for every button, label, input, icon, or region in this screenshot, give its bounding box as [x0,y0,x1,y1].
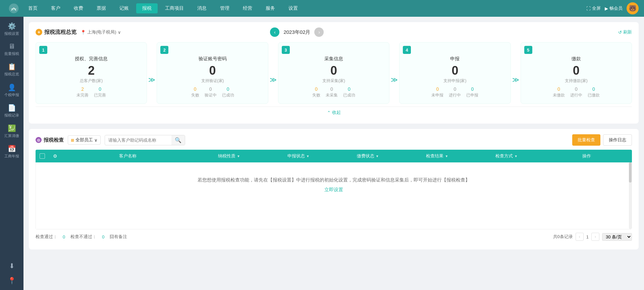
tax-nature-filter-icon[interactable]: ▼ [237,154,240,158]
chevron-down-icon: ∨ [118,30,121,35]
total-records: 共0条记录 [553,234,573,240]
header-right-buttons: 批量检查 操作日志 [572,134,632,146]
download-icon: ⬇ [9,262,15,270]
refresh-icon: ↺ [618,30,622,35]
search-input[interactable] [105,136,171,144]
result-filter-icon[interactable]: ▼ [445,154,448,158]
column-settings-icon[interactable]: ⚙ [53,153,57,159]
fullscreen-button[interactable]: ⛶ 全屏 [586,5,601,11]
nav-fee[interactable]: 收费 [68,3,89,13]
sidebar: ⚙️ 报税设置 🖥 批量报税 📋 报税总览 👤 个税申报 📄 报税记录 💹 汇算… [0,17,23,290]
fail-count[interactable]: 0 [102,234,104,239]
step-3-card: 3 采集信息 0 支持采集(家) 0 失败 0 未采集 0 已 [278,42,389,104]
step-2-details: 0 失败 0 验证中 0 已成功 [191,86,234,98]
settings-column[interactable]: ⚙ [49,153,61,159]
sidebar-item-annual-report[interactable]: 📅 工商年报 [1,142,22,161]
nav-message[interactable]: 消息 [191,3,213,13]
sidebar-item-tax-records[interactable]: 📄 报税记录 [1,101,22,120]
nav-tax[interactable]: 报税 [136,3,158,13]
sidebar-item-tax-overview[interactable]: 📋 报税总览 [1,60,22,79]
nav-operation[interactable]: 经营 [237,3,258,13]
step-4-details: 0 未申报 0 进行中 0 已申报 [431,86,478,98]
tax-records-icon: 📄 [8,104,16,112]
step-1-number: 1 [39,46,47,54]
declare-filter-icon[interactable]: ▼ [306,154,310,158]
step-1-detail-0: 2 未完善 [76,86,89,98]
pay-filter-icon[interactable]: ▼ [376,154,379,158]
settlement-icon: 💹 [8,124,16,132]
step-5-detail-0: 0 未缴款 [553,86,565,98]
nav-bizproject[interactable]: 工商项目 [159,3,190,13]
pass-label: 检查通过： [36,234,57,240]
scrollbar[interactable] [629,162,632,229]
pass-count[interactable]: 0 [63,234,65,239]
step-2-number: 2 [160,46,168,54]
sidebar-location[interactable]: 📍 [1,274,22,287]
step-4-detail-1: 0 进行中 [449,86,461,98]
tax-check-card: ◎ 报税检查 ▦ 全部员工 ∨ 🔍 批量检查 操作日志 [29,129,639,249]
sidebar-item-batch-tax[interactable]: 🖥 批量报税 [1,40,22,59]
customer-name-column: 客户名称 [61,153,195,159]
step-2-detail-2: 0 已成功 [222,86,234,98]
batch-check-button[interactable]: 批量检查 [572,134,600,146]
steps-row: 1 授权、完善信息 2 总客户数(家) 2 未完善 0 已完善 ≫ [36,42,632,104]
page-size-select[interactable]: 30 条/页 50 条/页 100 条/页 [602,233,632,241]
overview-header: + 报税流程总览 📍 上海(电子税局) ∨ ‹ 2023年02月 › ↺ 刷新 [36,27,632,37]
employee-filter[interactable]: ▦ 全部员工 ∨ [68,135,101,145]
immediate-setup-link[interactable]: 立即设置 [324,187,343,193]
current-page: 1 [586,234,589,239]
step-1-detail-1: 0 已完善 [94,86,106,98]
fullscreen-icon: ⛶ [586,6,591,11]
member-button[interactable]: ▶ 畅会员 [605,5,623,11]
op-log-button[interactable]: 操作日志 [603,134,632,146]
table-footer: 检查通过： 0 检查不通过： 0 囧有备注 共0条记录 ‹ 1 › 30 条/页… [36,229,632,244]
next-month-button[interactable]: › [314,27,324,37]
nav-admin[interactable]: 管理 [214,3,235,13]
step-2-detail-0: 0 失败 [191,86,199,98]
scrollbar-thumb[interactable] [629,162,632,183]
select-all-checkbox[interactable] [40,153,45,159]
refresh-button[interactable]: ↺ 刷新 [618,29,632,35]
search-box: 🔍 [105,135,185,145]
arrow-3: ≫ [389,56,399,104]
step-3-detail-2: 0 已成功 [343,86,355,98]
nav-settings[interactable]: 设置 [282,3,304,13]
nav-bookkeeping[interactable]: 记账 [113,3,135,13]
check-result-column: 检查结果 ▼ [402,153,472,159]
tax-check-title: ◎ 报税检查 [36,137,64,143]
checkbox-column[interactable] [36,153,49,159]
pagination: 共0条记录 ‹ 1 › 30 条/页 50 条/页 100 条/页 [553,233,632,241]
chevron-up-icon: ⌃ [327,110,331,115]
declare-status-column: 申报状态 ▼ [264,153,333,159]
step-5-number: 5 [524,46,532,54]
tax-check-header: ◎ 报税检查 ▦ 全部员工 ∨ 🔍 批量检查 操作日志 [36,134,632,146]
sidebar-item-settlement[interactable]: 💹 汇算清缴 [1,122,22,141]
nav-home[interactable]: 首页 [22,3,44,13]
location-icon: 📍 [8,277,16,285]
collapse-bar[interactable]: ⌃ 收起 [36,106,632,118]
sidebar-item-individual-tax[interactable]: 👤 个税申报 [1,81,22,100]
top-right-area: ⛶ 全屏 ▶ 畅会员 🐻 [586,2,639,14]
sidebar-bottom: ⬇ 📍 [1,259,22,287]
nav-invoice[interactable]: 票据 [91,3,112,13]
tax-settings-icon: ⚙️ [8,22,16,30]
location-badge[interactable]: 📍 上海(电子税局) ∨ [80,29,121,35]
table-body: 若您想使用报税检查功能，请先在【报税设置】中进行报税的初始化设置，完成密码验证和… [36,162,632,229]
prev-month-button[interactable]: ‹ [270,27,279,37]
step-3-detail-1: 0 未采集 [326,86,338,98]
method-filter-icon[interactable]: ▼ [514,154,518,158]
nav-service[interactable]: 服务 [260,3,281,13]
app-logo [5,3,22,14]
overview-card: + 报税流程总览 📍 上海(电子税局) ∨ ‹ 2023年02月 › ↺ 刷新 … [29,22,639,124]
nav-customer[interactable]: 客户 [45,3,66,13]
prev-page-button[interactable]: ‹ [576,233,584,241]
next-page-button[interactable]: › [591,233,599,241]
search-button[interactable]: 🔍 [171,135,185,145]
tax-check-table: ⚙ 客户名称 纳税性质 ▼ 申报状态 ▼ 缴费状态 ▼ 检查 [36,150,632,229]
nav-menu: 首页 客户 收费 票据 记账 报税 工商项目 消息 管理 经营 服务 设置 [22,3,586,13]
step-3-number: 3 [282,46,290,54]
sidebar-download[interactable]: ⬇ [1,259,22,273]
sidebar-item-tax-settings[interactable]: ⚙️ 报税设置 [1,19,22,39]
arrow-1: ≫ [147,56,157,104]
avatar[interactable]: 🐻 [627,2,639,14]
